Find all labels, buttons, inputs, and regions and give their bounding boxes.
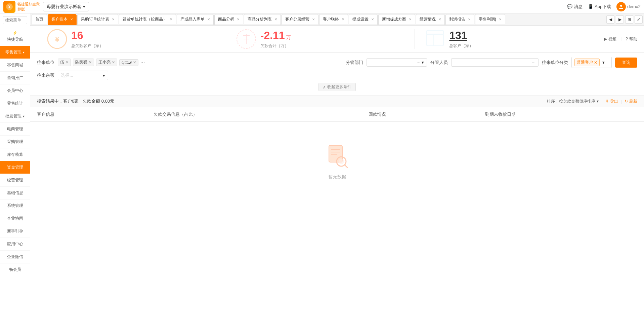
tab-reminder-settings[interactable]: 提成设置 ✕ <box>349 14 378 25</box>
svg-text:¥: ¥ <box>55 35 59 43</box>
user-profile[interactable]: demo2 <box>616 2 641 11</box>
app-download-btn[interactable]: 📱 App下载 <box>588 4 611 10</box>
filter-tag-chenminqiang[interactable]: 陈民强 ✕ <box>73 59 94 66</box>
tab-close-icon[interactable]: ✕ <box>170 17 172 21</box>
sidebar-item-enterprise-collab[interactable]: 企业协同 <box>0 212 30 225</box>
tab-product-inbound[interactable]: 产成品入库单 ✕ <box>177 14 214 25</box>
remainder-select[interactable]: 选择... ▾ <box>58 71 108 80</box>
filter-manager-label: 分管人员 <box>430 60 448 66</box>
sidebar-item-system-mgmt[interactable]: 系统管理 <box>0 200 30 212</box>
sidebar-item-retail-mgmt[interactable]: 零售管理 ▾ <box>0 46 30 59</box>
tab-close-icon[interactable]: ✕ <box>70 17 73 21</box>
tab-next-btn[interactable]: ▶ <box>616 15 624 24</box>
tab-profit-report[interactable]: 利润报告 ✕ <box>445 14 474 25</box>
tab-goods-inbound[interactable]: 进货单统计表（按商品） ✕ <box>119 14 176 25</box>
company-name: 母婴行业演示帐套 <box>47 4 82 10</box>
stat-unit-debt: 万 <box>286 35 291 41</box>
filter-tag-cjttcw[interactable]: cjttcw ✕ <box>119 59 138 66</box>
tab-prev-btn[interactable]: ◀ <box>606 15 614 24</box>
tab-close-icon[interactable]: ✕ <box>237 17 240 21</box>
tab-customer-tier[interactable]: 客户分层经营 ✕ <box>282 14 318 25</box>
sidebar-item-marketing[interactable]: 营销推广 <box>0 72 30 84</box>
category-select[interactable]: 普通客户 ✕ ▾ <box>571 57 612 68</box>
avatar <box>616 2 626 11</box>
message-icon: 💬 <box>567 4 572 9</box>
filter-row-2: 往来余额 选择... ▾ <box>37 71 637 80</box>
remove-tag-chen[interactable]: ✕ <box>89 60 92 65</box>
remove-tag-cjttcw[interactable]: ✕ <box>133 60 136 65</box>
filter-tag-wu[interactable]: 伍 ✕ <box>58 59 71 66</box>
tab-home[interactable]: 首页 <box>32 14 47 25</box>
stat-numbers-debt-total: -2.11 万 欠款合计（万） <box>260 29 291 49</box>
tab-close-icon[interactable]: ✕ <box>468 17 471 21</box>
company-selector[interactable]: 母婴行业演示帐套 ▾ <box>43 2 89 11</box>
sidebar-item-new-user-guide[interactable]: 新手引导 <box>0 225 30 238</box>
chevron-down-cat: ▾ <box>602 60 605 65</box>
remove-tag-wang[interactable]: ✕ <box>112 60 115 65</box>
stat-value-debt-total: -2.11 <box>260 29 285 42</box>
tab-customer-account[interactable]: 客户账本 ✕ <box>48 14 77 25</box>
export-btn[interactable]: ⬇ 导出 <box>605 99 618 104</box>
sidebar-item-retail-mall[interactable]: 零售商城 <box>0 59 30 72</box>
sidebar-item-ecommerce[interactable]: 电商管理 <box>0 123 30 136</box>
chevron-down-icon: ▾ <box>83 4 85 9</box>
sidebar-item-retail-stats[interactable]: 零售统计 <box>0 97 30 110</box>
tab-close-icon[interactable]: ✕ <box>438 17 441 21</box>
filter-bar: 往来单位 伍 ✕ 陈民强 ✕ 王小亮 <box>30 53 644 96</box>
sidebar-item-wholesale-mgmt[interactable]: 批发管理 ▾ <box>0 110 30 123</box>
tab-expand-btn[interactable]: ⊞ <box>625 15 633 24</box>
sidebar-item-quick-nav[interactable]: ⚡ 快捷导航 <box>0 27 30 46</box>
sidebar-item-app-center[interactable]: 应用中心 <box>0 238 30 251</box>
tab-close-icon[interactable]: ✕ <box>312 17 315 21</box>
tab-fullscreen-btn[interactable]: ⤢ <box>635 15 643 24</box>
svg-point-15 <box>339 159 344 164</box>
help-btn[interactable]: ? 帮助 <box>626 36 637 42</box>
tab-new-reminder[interactable]: 新增提成方案 ✕ <box>378 14 415 25</box>
sidebar-item-member-center[interactable]: 会员中心 <box>0 84 30 97</box>
stats-bar: ¥ 16 总欠款客户（家） <box>30 26 644 53</box>
filter-row-1: 往来单位 伍 ✕ 陈民强 ✕ 王小亮 <box>37 57 637 68</box>
tab-goods-analysis-list[interactable]: 商品分析列表 ✕ <box>244 14 281 25</box>
tab-close-icon[interactable]: ✕ <box>499 17 502 21</box>
sidebar-item-purchase-mgmt[interactable]: 采购管理 <box>0 136 30 148</box>
tab-close-icon[interactable]: ✕ <box>112 17 115 21</box>
remove-category[interactable]: ✕ <box>594 60 597 65</box>
stat-debt-total: -2.11 万 欠款合计（万） <box>226 29 415 49</box>
search-result-text: 搜索结果中，客户0家 <box>37 98 79 104</box>
sidebar-item-operation-mgmt[interactable]: 经营管理 <box>0 174 30 187</box>
messages-btn[interactable]: 💬 消息 <box>567 4 583 10</box>
sidebar-item-finance-mgmt[interactable]: 资金管理 <box>0 161 30 174</box>
refresh-btn[interactable]: ↻ 刷新 <box>625 99 637 104</box>
filter-tag-wangxiaoliang[interactable]: 王小亮 ✕ <box>96 59 117 66</box>
tab-bar: 首页 客户账本 ✕ 采购订单统计表 ✕ 进货单统计表（按商品） ✕ 产成品入库单… <box>30 13 644 26</box>
manager-select[interactable]: ··· <box>451 58 539 67</box>
tab-close-icon[interactable]: ✕ <box>371 17 374 21</box>
search-input[interactable] <box>3 16 27 24</box>
divider-2: | <box>601 99 602 104</box>
col-overdue-date: 到期未收款日期 <box>478 107 644 122</box>
video-icon: ▶ <box>604 37 607 41</box>
stat-numbers-customers: 131 总客户（家） <box>449 29 473 49</box>
tab-customer-contact[interactable]: 客户联络 ✕ <box>319 14 348 25</box>
sort-control[interactable]: 排序：按欠款金额倒序排序 ▾ <box>547 99 599 104</box>
remove-tag-wu[interactable]: ✕ <box>66 60 69 65</box>
collapse-btn[interactable]: ∧ 收起更多条件 <box>318 83 356 91</box>
more-options-icon-mgr: ··· <box>532 60 535 65</box>
query-button[interactable]: 查询 <box>615 58 637 68</box>
more-tags-btn[interactable]: ··· <box>140 60 145 66</box>
dept-select[interactable]: ··· ▾ <box>367 58 427 67</box>
video-btn[interactable]: ▶ 视频 <box>604 36 616 42</box>
sidebar-item-inventory[interactable]: 库存核算 <box>0 148 30 161</box>
tab-close-icon[interactable]: ✕ <box>342 17 344 21</box>
sidebar-item-basic-info[interactable]: 基础信息 <box>0 187 30 200</box>
tab-close-icon[interactable]: ✕ <box>409 17 412 21</box>
tab-purchase-order[interactable]: 采购订单统计表 ✕ <box>77 14 118 25</box>
tab-retail-profit[interactable]: 零售利润( ✕ <box>475 14 505 25</box>
tab-close-icon[interactable]: ✕ <box>274 17 277 21</box>
sidebar-item-vip-member[interactable]: 畅会员 <box>0 263 30 276</box>
tab-close-icon[interactable]: ✕ <box>207 17 210 21</box>
sidebar-item-enterprise-wechat[interactable]: 企业微信 <box>0 251 30 263</box>
sort-arrow-icon: ▾ <box>597 99 599 104</box>
tab-goods-analysis[interactable]: 商品分析 ✕ <box>214 14 243 25</box>
tab-operation-status[interactable]: 经营情况 ✕ <box>416 14 445 25</box>
